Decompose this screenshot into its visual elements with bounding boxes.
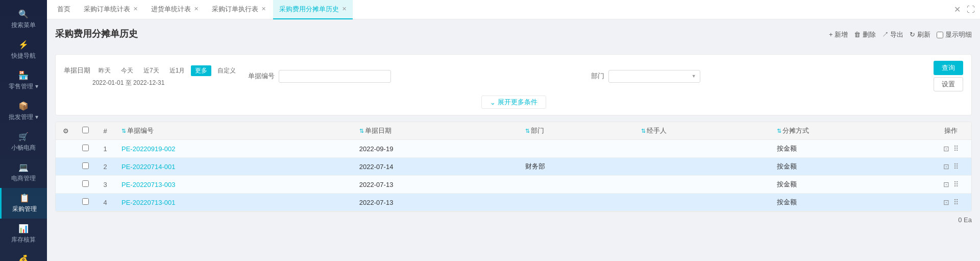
doc-link-1[interactable]: PE-20220714-001 <box>121 163 176 171</box>
row-dept-2 <box>519 176 635 194</box>
sidebar-item-retail[interactable]: 🏪 零售管理 ▾ <box>0 65 47 96</box>
col-num: # <box>95 122 115 140</box>
row-checkbox-3[interactable] <box>76 194 95 211</box>
sort-doc-no[interactable]: 单据编号 <box>121 126 154 135</box>
sidebar-item-purchase[interactable]: 📋 采购管理 <box>0 188 47 219</box>
sidebar-item-mini-shop[interactable]: 🛒 小畅电商 <box>0 127 47 157</box>
row-dept-1: 财务部 <box>519 158 635 176</box>
tab-close-purchase-order-stats[interactable]: ✕ <box>133 6 138 12</box>
doc-no-input[interactable] <box>279 70 391 83</box>
doc-link-2[interactable]: PE-20220713-003 <box>121 181 176 188</box>
date-option-今天[interactable]: 今天 <box>117 65 137 76</box>
row-handler-1 <box>635 158 771 176</box>
date-option-更多[interactable]: 更多 <box>191 65 211 76</box>
tab-label-stock-in-stats: 进货单统计表 <box>151 5 191 14</box>
doc-no-filter-group: 单据编号 <box>248 70 582 83</box>
delete-button[interactable]: 🗑 删除 <box>854 30 876 39</box>
tab-close-purchase-cost-history[interactable]: ✕ <box>342 6 347 12</box>
toolbar: + 新增 🗑 删除 ↗ 导出 ↻ 刷新 显示明细 <box>829 30 972 39</box>
sidebar-item-ecommerce[interactable]: 💻 电商管理 <box>0 157 47 188</box>
sidebar-item-quick-nav[interactable]: ⚡ 快捷导航 <box>0 35 47 65</box>
expand-conditions-btn[interactable]: ⌄ 展开更多条件 <box>481 96 546 109</box>
content-area: 采购费用分摊单历史 + 新增 🗑 删除 ↗ 导出 ↻ 刷新 显示明细 单据日期 <box>47 19 980 261</box>
sort-split-method[interactable]: 分摊方式 <box>777 126 809 135</box>
col-split-method[interactable]: 分摊方式 <box>771 122 930 140</box>
sidebar-label-purchase: 采购管理 <box>12 205 37 213</box>
display-toggle-checkbox[interactable] <box>937 32 943 38</box>
col-settings[interactable]: ⚙ <box>56 122 76 140</box>
row-settings-0 <box>56 140 76 158</box>
tab-label-purchase-cost-history: 采购费用分摊单历史 <box>279 5 339 14</box>
sidebar-label-quick-nav: 快捷导航 <box>11 52 36 60</box>
row-checkbox-2[interactable] <box>76 176 95 194</box>
tab-label-purchase-order-exec: 采购订单执行表 <box>212 5 258 14</box>
more-icon-0[interactable]: ⠿ <box>953 145 959 153</box>
row-check-0[interactable] <box>82 145 89 151</box>
col-doc-date[interactable]: 单据日期 <box>353 122 519 140</box>
edit-icon-3[interactable]: ⊡ <box>943 198 949 206</box>
dept-filter-group: 部门 <box>591 70 925 83</box>
col-checkbox <box>76 122 95 140</box>
sidebar-item-inventory[interactable]: 📊 库存核算 <box>0 219 47 249</box>
sort-doc-date[interactable]: 单据日期 <box>359 126 391 135</box>
row-doc-no-3[interactable]: PE-20220713-001 <box>115 194 353 211</box>
sidebar-item-search[interactable]: 🔍 搜索菜单 <box>0 4 47 35</box>
more-icon-3[interactable]: ⠿ <box>953 198 959 206</box>
search-icon: 🔍 <box>18 9 29 19</box>
add-button[interactable]: + 新增 <box>829 30 848 39</box>
quick-nav-icon: ⚡ <box>18 40 29 50</box>
doc-link-0[interactable]: PE-20220919-002 <box>121 145 176 153</box>
inventory-icon: 📊 <box>18 224 29 233</box>
setting-button[interactable]: 设置 <box>934 77 963 91</box>
refresh-button[interactable]: ↻ 刷新 <box>910 30 930 39</box>
maximize-window-btn[interactable]: ⛶ <box>966 4 976 15</box>
tab-home[interactable]: 首页 <box>51 0 77 19</box>
doc-link-3[interactable]: PE-20220713-001 <box>121 199 176 206</box>
col-doc-no[interactable]: 单据编号 <box>115 122 353 140</box>
query-button[interactable]: 查询 <box>934 61 963 75</box>
sort-handler[interactable]: 经手人 <box>641 126 667 135</box>
date-option-昨天[interactable]: 昨天 <box>94 65 115 76</box>
row-checkbox-1[interactable] <box>76 158 95 176</box>
sidebar-item-finance[interactable]: 💰 资金管理 <box>0 249 47 261</box>
more-icon-1[interactable]: ⠿ <box>953 162 959 171</box>
row-doc-no-2[interactable]: PE-20220713-003 <box>115 176 353 194</box>
date-option-近7天[interactable]: 近7天 <box>139 65 163 76</box>
close-window-btn[interactable]: ✕ <box>953 4 962 15</box>
row-check-2[interactable] <box>82 180 89 187</box>
row-doc-no-0[interactable]: PE-20220919-002 <box>115 140 353 158</box>
tab-close-stock-in-stats[interactable]: ✕ <box>194 6 199 12</box>
row-check-3[interactable] <box>82 198 89 205</box>
sort-dept[interactable]: 部门 <box>525 126 544 135</box>
row-checkbox-0[interactable] <box>76 140 95 158</box>
row-dept-3 <box>519 194 635 211</box>
select-all-checkbox[interactable] <box>82 127 89 133</box>
date-option-近1月[interactable]: 近1月 <box>165 65 189 76</box>
row-check-1[interactable] <box>82 162 89 169</box>
row-actions-1: ⊡ ⠿ <box>930 158 971 176</box>
edit-icon-0[interactable]: ⊡ <box>943 145 949 153</box>
display-toggle[interactable]: 显示明细 <box>937 30 972 39</box>
retail-icon: 🏪 <box>18 70 29 80</box>
edit-icon-1[interactable]: ⊡ <box>943 162 949 171</box>
table-body: 1 PE-20220919-002 2022-09-19 按金额 ⊡ ⠿ 2 P… <box>56 140 971 211</box>
purchase-icon: 📋 <box>19 193 30 203</box>
edit-icon-2[interactable]: ⊡ <box>943 180 949 188</box>
export-button[interactable]: ↗ 导出 <box>882 30 904 39</box>
tab-actions: ✕ ⛶ <box>953 4 976 15</box>
more-icon-2[interactable]: ⠿ <box>953 180 959 188</box>
tab-purchase-order-stats[interactable]: 采购订单统计表✕ <box>78 0 144 19</box>
dept-select[interactable] <box>608 70 700 83</box>
row-settings-1 <box>56 158 76 176</box>
sidebar-item-wholesale[interactable]: 📦 批发管理 ▾ <box>0 96 47 127</box>
chevron-down-icon: ⌄ <box>490 99 496 106</box>
tab-purchase-order-exec[interactable]: 采购订单执行表✕ <box>206 0 272 19</box>
date-option-自定义[interactable]: 自定义 <box>213 65 240 76</box>
tab-stock-in-stats[interactable]: 进货单统计表✕ <box>145 0 205 19</box>
tab-purchase-cost-history[interactable]: 采购费用分摊单历史✕ <box>273 0 353 19</box>
tab-close-purchase-order-exec[interactable]: ✕ <box>261 6 266 12</box>
col-handler[interactable]: 经手人 <box>635 122 771 140</box>
col-dept[interactable]: 部门 <box>519 122 635 140</box>
expand-label: 展开更多条件 <box>498 98 537 107</box>
row-doc-no-1[interactable]: PE-20220714-001 <box>115 158 353 176</box>
